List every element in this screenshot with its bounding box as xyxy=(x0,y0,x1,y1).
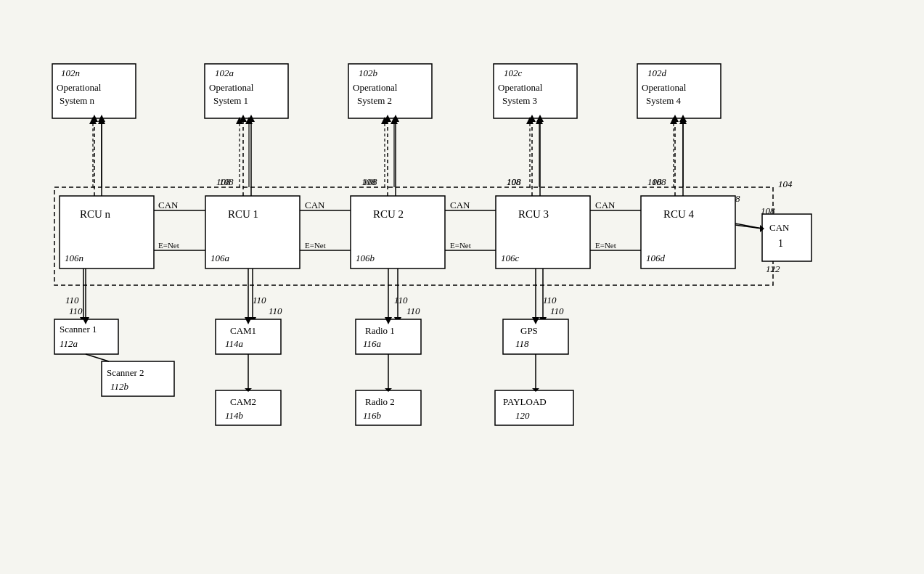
ref-114b: 114b xyxy=(225,410,244,421)
cam1-label: CAM1 xyxy=(230,325,256,336)
ref-120: 120 xyxy=(515,410,530,421)
cam2-label: CAM2 xyxy=(230,396,256,407)
rcu-1-label: RCU 1 xyxy=(228,208,258,220)
enet-label-1-2: E=Net xyxy=(305,241,326,250)
ref-110-rcu3: 110 xyxy=(543,295,557,306)
rcu-2-label: RCU 2 xyxy=(373,208,404,220)
ref-118: 118 xyxy=(515,338,529,349)
ref-122: 122 xyxy=(766,263,780,274)
enet-label-2-3: E=Net xyxy=(450,241,471,250)
ref-112b: 112b xyxy=(110,381,129,392)
op-system-4-label1: Operational xyxy=(642,82,687,93)
ref-104: 104 xyxy=(778,179,793,189)
can-node-label2: 1 xyxy=(778,238,783,249)
op-system-1-label1: Operational xyxy=(209,82,254,93)
ref-106n: 106n xyxy=(65,253,83,263)
can-node-label1: CAN xyxy=(769,222,790,233)
gps-label: GPS xyxy=(520,325,538,336)
scanner2-label: Scanner 2 xyxy=(107,367,144,378)
ref-112a: 112a xyxy=(60,338,78,349)
svg-rect-0 xyxy=(0,0,924,574)
can-label-n-1: CAN xyxy=(158,200,179,210)
op-system-n-label1: Operational xyxy=(57,82,102,93)
enet-label-3-4: E=Net xyxy=(595,241,616,250)
op-system-3-label2: System 3 xyxy=(502,95,537,106)
ref-110-n: 110 xyxy=(69,306,83,316)
scanner1-label: Scanner 1 xyxy=(60,324,97,335)
rcu-3-label: RCU 3 xyxy=(518,208,549,220)
ref-106b: 106b xyxy=(356,253,375,263)
can-node-box xyxy=(762,214,811,261)
ref-110-rcu1: 110 xyxy=(253,295,266,306)
can-label-3-4: CAN xyxy=(595,200,616,210)
ref-110-1: 110 xyxy=(269,306,282,316)
ref-102b: 102b xyxy=(359,67,378,78)
ref-102a: 102a xyxy=(215,67,234,78)
ref-108-label4: 108 xyxy=(652,176,666,187)
rcu-4-label: RCU 4 xyxy=(663,208,695,220)
enet-label-n-1: E=Net xyxy=(158,241,179,250)
ref-110-2: 110 xyxy=(406,306,420,316)
diagram-container: 104 102n Operational System n 102a Opera… xyxy=(0,0,924,574)
ref-110-rcu2: 110 xyxy=(394,295,408,306)
radio2-label: Radio 2 xyxy=(365,396,395,407)
ref-106a: 106a xyxy=(210,253,230,263)
op-system-3-label1: Operational xyxy=(498,82,543,93)
op-system-1-label2: System 1 xyxy=(213,95,248,106)
radio1-label: Radio 1 xyxy=(365,325,395,336)
ref-116a: 116a xyxy=(363,338,382,349)
ref-106c: 106c xyxy=(501,253,520,263)
ref-110-rcun: 110 xyxy=(65,295,79,306)
ref-114a: 114a xyxy=(225,338,244,349)
op-system-2-label2: System 2 xyxy=(357,95,392,106)
ref-108-label3: 108 xyxy=(507,176,521,187)
ref-102d: 102d xyxy=(647,67,667,78)
ref-102n: 102n xyxy=(61,67,80,78)
ref-106d: 106d xyxy=(646,253,666,263)
ref-116b: 116b xyxy=(363,410,382,421)
ref-108-label2: 108 xyxy=(361,176,376,187)
payload-label: PAYLOAD xyxy=(503,396,547,407)
op-system-2-label1: Operational xyxy=(353,82,398,93)
ref-110-3: 110 xyxy=(550,306,564,316)
op-system-4-label2: System 4 xyxy=(646,95,682,106)
op-system-n-label2: System n xyxy=(60,95,95,106)
can-label-1-2: CAN xyxy=(305,200,325,210)
rcu-n-label: RCU n xyxy=(80,208,111,220)
ref-102c: 102c xyxy=(504,67,523,78)
ref-108-label1: 108 xyxy=(216,176,231,187)
can-label-2-3: CAN xyxy=(450,200,470,210)
